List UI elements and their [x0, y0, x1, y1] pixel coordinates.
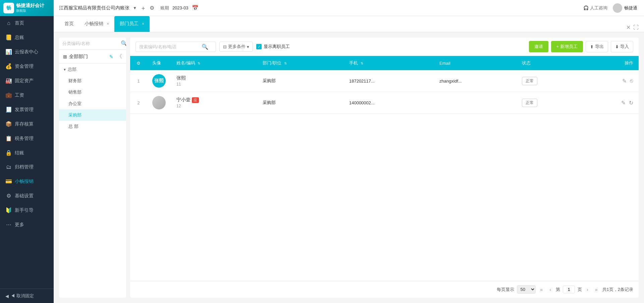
- filter-icon: ⊟: [223, 44, 227, 49]
- edit-btn-2[interactable]: ✎: [621, 100, 626, 106]
- tab-close-btn[interactable]: ✕: [626, 24, 631, 31]
- sidebar-item-guide[interactable]: 🔰 新手引导: [0, 203, 54, 217]
- sidebar-item-label-invoice: 发票管理: [15, 107, 34, 113]
- export-btn[interactable]: ⬆ 导出: [586, 41, 608, 52]
- tab-expense[interactable]: 小畅报销 ×: [79, 16, 114, 32]
- col-actions: 操作: [582, 56, 639, 70]
- first-page-btn[interactable]: «: [538, 286, 545, 293]
- ledger-icon: 📒: [5, 34, 12, 41]
- sidebar-item-settings[interactable]: ⚙ 基础设置: [0, 189, 54, 203]
- settings-gear-btn[interactable]: ⚙: [150, 5, 154, 11]
- sidebar-item-assets[interactable]: 🏭 固定资产: [0, 73, 54, 88]
- sidebar-item-label-more: 更多: [15, 222, 24, 228]
- dept-item-office[interactable]: 办公室: [59, 98, 126, 109]
- dept-list: ▼ 总部 财务部 销售部 办公室 采购部 总 部: [59, 64, 126, 298]
- import-btn[interactable]: ⬇ 导入: [611, 41, 633, 52]
- col-name[interactable]: 姓名/编码 ⇅: [171, 56, 257, 70]
- page-content: 🔍 ⊞ 全部部门 ✎ 《 ▼ 总部 财务部: [54, 32, 644, 303]
- dept-add-btn[interactable]: ✎: [109, 54, 113, 59]
- row-2-name: 宁小壹 应 12: [171, 92, 257, 114]
- next-page-btn[interactable]: ›: [585, 286, 590, 293]
- employee-tbody: 1 张熙 张熙 11 采购部 187202117... zh: [130, 70, 639, 114]
- filter-label: 更多条件: [228, 44, 246, 50]
- tab-employee[interactable]: 部门员工 ×: [114, 16, 150, 32]
- sidebar-item-inventory[interactable]: 📦 库存核算: [0, 117, 54, 131]
- calendar-btn[interactable]: 📅: [192, 5, 199, 11]
- company-name: 江西服宝精品有限责任公司内账张: [59, 5, 129, 11]
- tab-employee-close[interactable]: ×: [142, 21, 144, 26]
- dept-item-finance[interactable]: 财务部: [59, 75, 126, 87]
- dept-item-headquarters[interactable]: 总 部: [59, 121, 126, 132]
- invite-label: 邀请: [534, 44, 543, 49]
- row-1-avatar: 张熙: [147, 70, 171, 92]
- tab-expand-btn[interactable]: ⛶: [633, 24, 639, 31]
- sidebar-item-tax[interactable]: 📋 税务管理: [0, 131, 54, 146]
- last-page-btn[interactable]: »: [593, 286, 600, 293]
- user-area[interactable]: 畅捷通: [613, 3, 637, 13]
- dept-collapse-btn[interactable]: 《: [117, 53, 122, 60]
- table-row: 1 张熙 张熙 11 采购部 187202117... zh: [130, 70, 639, 92]
- sidebar-item-reports[interactable]: 📊 云报表中心: [0, 45, 54, 59]
- action-btns-2: ✎ ↻: [587, 100, 633, 106]
- logout-btn-1[interactable]: ⎋: [630, 78, 633, 84]
- sidebar-item-home[interactable]: ⌂ 首页: [0, 16, 54, 30]
- assets-icon: 🏭: [5, 78, 12, 84]
- page-size-select[interactable]: 50 10 20 100: [517, 285, 536, 294]
- col-dept[interactable]: 部门/职位 ⇅: [257, 56, 343, 70]
- employee-search-input[interactable]: [139, 44, 200, 49]
- dept-search-area: 🔍: [59, 38, 126, 50]
- dept-search-input[interactable]: [62, 41, 119, 46]
- dept-item-purchase[interactable]: 采购部: [59, 109, 126, 121]
- filter-btn[interactable]: ⊟ 更多条件 ▾: [219, 42, 253, 52]
- dept-search-icon[interactable]: 🔍: [121, 40, 126, 47]
- sidebar-item-funds[interactable]: 💰 资金管理: [0, 59, 54, 73]
- sidebar-item-close[interactable]: 🔒 结账: [0, 146, 54, 160]
- salary-icon: 💼: [5, 92, 12, 98]
- dept-group-label-general[interactable]: ▼ 总部: [59, 64, 126, 75]
- col-settings[interactable]: ⚙: [130, 56, 147, 70]
- tab-expense-close[interactable]: ×: [107, 21, 109, 26]
- sidebar-item-invoice[interactable]: 🧾 发票管理: [0, 102, 54, 117]
- edit-btn-1[interactable]: ✎: [622, 78, 627, 84]
- tax-icon: 📋: [5, 135, 12, 142]
- emp-name-2: 宁小壹: [176, 97, 191, 103]
- col-phone[interactable]: 手机 ⇅: [344, 56, 434, 70]
- tab-home[interactable]: 首页: [59, 16, 79, 32]
- show-departed-toggle[interactable]: 显示离职员工: [256, 44, 290, 50]
- employee-search-icon[interactable]: 🔍: [202, 44, 208, 50]
- row-1-dept: 采购部: [257, 70, 343, 92]
- add-employee-label: + 新增员工: [556, 44, 578, 50]
- prev-page-btn[interactable]: ‹: [547, 286, 553, 293]
- archive-icon: 🗂: [5, 164, 12, 170]
- emp-name-1: 张熙: [176, 75, 252, 81]
- sidebar-item-label-settings: 基础设置: [15, 193, 34, 199]
- pagination: 每页显示 50 10 20 100 « ‹ 第 页 › » 共1页，2条记录: [130, 281, 639, 298]
- sidebar-item-expense[interactable]: 💳 小畅报销: [0, 174, 54, 189]
- sidebar-item-salary[interactable]: 💼 工资: [0, 88, 54, 102]
- row-2-actions: ✎ ↻: [582, 92, 639, 114]
- refresh-btn-2[interactable]: ↻: [629, 100, 633, 106]
- sidebar-item-label-expense: 小畅报销: [15, 179, 34, 185]
- add-company-btn[interactable]: ＋: [140, 5, 146, 11]
- sidebar-item-more[interactable]: ⋯ 更多: [0, 217, 54, 232]
- show-departed-checkbox[interactable]: [256, 44, 262, 49]
- sidebar-item-ledger[interactable]: 📒 总账: [0, 30, 54, 45]
- sidebar-item-archive[interactable]: 🗂 归档管理: [0, 160, 54, 174]
- app-sub: 旗舰版: [16, 8, 44, 13]
- page-input[interactable]: [563, 286, 575, 293]
- add-employee-btn[interactable]: + 新增员工: [551, 41, 583, 52]
- sidebar-collapse-btn[interactable]: ◀ ◀ 取消固定: [0, 289, 54, 303]
- dept-group-general: ▼ 总部 财务部 销售部 办公室 采购部 总 部: [59, 64, 126, 132]
- company-dropdown-btn[interactable]: ▼: [133, 6, 137, 10]
- employee-table: ⚙ 头像 姓名/编码 ⇅ 部门/职位 ⇅ 手机 ⇅ Email 状态 操作: [130, 56, 639, 114]
- invite-btn[interactable]: 邀请: [529, 41, 548, 52]
- dept-group-arrow: ▼: [63, 68, 66, 71]
- row-2-email: [434, 92, 517, 114]
- user-avatar: [613, 3, 622, 13]
- dept-item-sales[interactable]: 销售部: [59, 87, 126, 98]
- table-row: 2 宁小壹 应: [130, 92, 639, 114]
- service-btn[interactable]: 🎧 人工咨询: [583, 5, 607, 11]
- main-container: ⌂ 首页 📒 总账 📊 云报表中心 💰 资金管理 🏭 固定资产 💼 工资 🧾 发…: [0, 16, 644, 303]
- period-value: 2023-03: [172, 5, 189, 10]
- page-prefix: 第: [556, 287, 560, 293]
